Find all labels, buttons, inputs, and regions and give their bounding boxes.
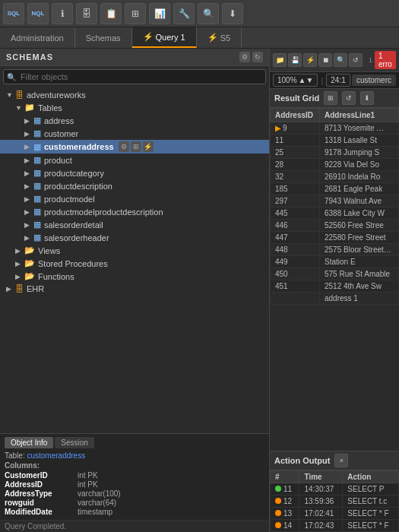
lightning-icon: ⚡ — [143, 32, 154, 42]
action-row[interactable]: 1114:30:37SELECT P — [271, 483, 399, 496]
table-row[interactable]: 4512512 4th Ave Sw — [271, 280, 399, 293]
table-row[interactable]: ▶98713 Yosemite … — [271, 122, 399, 135]
result-section: Result Grid ⊞ ↺ ⬇ AddressID AddressLine1… — [270, 89, 399, 451]
tree-table-salesorderheader[interactable]: ▦ salesorderheader — [0, 231, 269, 244]
grid-refresh-btn[interactable]: ↺ — [342, 91, 356, 105]
table-row[interactable]: 44652560 Free Stree — [271, 220, 399, 232]
tree-table-productdescription[interactable]: ▦ productdescription — [0, 179, 269, 192]
action-col-time: Time — [299, 471, 343, 483]
query-tab-label[interactable]: customerc — [352, 74, 396, 86]
address-label: address — [44, 116, 74, 125]
save-btn[interactable]: 💾 — [288, 53, 302, 67]
table-row[interactable]: 3226910 Indela Ro — [271, 171, 399, 183]
table-row[interactable]: address 1 — [271, 293, 399, 305]
table-btn[interactable]: 📋 — [100, 3, 122, 24]
tree-sp-folder[interactable]: 📂 Stored Procedures — [0, 257, 269, 270]
tree-table-productcategory[interactable]: ▦ productcategory — [0, 166, 269, 179]
productdescription-label: productdescription — [44, 182, 112, 191]
address-table-icon: ▦ — [33, 116, 41, 125]
customer-arrow — [24, 130, 32, 138]
tree-table-salesorderdetail[interactable]: ▦ salesorderdetail — [0, 218, 269, 231]
tab-administration[interactable]: Administration — [0, 27, 75, 48]
ca-filter-icon[interactable]: ⚙ — [119, 141, 129, 152]
grid-export-btn[interactable]: ⬇ — [360, 91, 374, 105]
grid-layout-btn[interactable]: ⊞ — [324, 91, 337, 105]
col-header-addressid[interactable]: AddressID — [271, 109, 320, 122]
ca-lightning-icon[interactable]: ⚡ — [143, 141, 154, 152]
schemas-refresh-icon[interactable]: ↻ — [252, 52, 263, 62]
table-row[interactable]: 4456388 Lake City W — [271, 207, 399, 220]
grid-btn[interactable]: ⊞ — [125, 3, 146, 24]
tab-s5[interactable]: ⚡ S5 — [197, 27, 242, 48]
info-btn[interactable]: ℹ — [52, 3, 73, 24]
soh-table-icon: ▦ — [33, 233, 41, 242]
tree-fn-folder[interactable]: 📂 Functions — [0, 270, 269, 283]
col-customerid: CustomerID int PK — [5, 471, 264, 480]
table-row[interactable]: 44722580 Free Street — [271, 232, 399, 244]
explain-btn[interactable]: 🔍 — [334, 53, 347, 67]
import-btn[interactable]: ⬇ — [222, 3, 243, 24]
tree-table-customeraddress[interactable]: ▦ customeraddress ⚙ ⊞ ⚡ — [0, 140, 269, 154]
left-panel: SCHEMAS ⚙ ↻ 🔍 🗄 adventureworks 📁 Ta — [0, 49, 270, 532]
tab-session[interactable]: Session — [55, 437, 94, 448]
table-row[interactable]: 259178 Jumping S — [271, 147, 399, 159]
table-row[interactable]: 450575 Rue St Amable — [271, 268, 399, 280]
action-row[interactable]: 1213:59:36SELECT t.c — [271, 496, 399, 508]
open-file-btn[interactable]: 📁 — [273, 53, 287, 67]
tree-ehr[interactable]: 🗄 EHR — [0, 283, 269, 295]
info-tabs: Object Info Session — [5, 437, 264, 448]
main-layout: SCHEMAS ⚙ ↻ 🔍 🗄 adventureworks 📁 Ta — [0, 49, 399, 532]
filter-input[interactable] — [3, 69, 266, 84]
action-row[interactable]: 1417:02:43SELECT * F — [271, 520, 399, 532]
ca-settings-icon[interactable]: ⊞ — [131, 141, 141, 152]
sql-btn[interactable]: SQL — [3, 3, 24, 24]
action-row[interactable]: 1317:02:41SELECT * F — [271, 508, 399, 520]
chart-btn[interactable]: 📊 — [149, 3, 170, 24]
action-cell-action: SELECT * F — [343, 508, 399, 520]
query-tab-text: customerc — [356, 76, 391, 84]
tree-table-productmodel[interactable]: ▦ productmodel — [0, 192, 269, 205]
sod-arrow — [24, 221, 32, 229]
stop-btn[interactable]: ⏹ — [318, 53, 332, 67]
tree-table-address[interactable]: ▦ address — [0, 114, 269, 127]
tab-schemas[interactable]: Schemas — [75, 27, 132, 48]
sp-label: Stored Procedures — [38, 259, 108, 268]
refresh-btn[interactable]: ↺ — [349, 53, 363, 67]
table-row[interactable]: 111318 Lasalle St — [271, 135, 399, 147]
table-row[interactable]: 4482575 Bloor Street… — [271, 244, 399, 256]
action-cell-id: 12 — [271, 496, 299, 508]
customer-label: customer — [44, 129, 78, 138]
cell-addressline1: 26910 Indela Ro — [319, 171, 398, 183]
cell-addressline1: 2681 Eagle Peak — [319, 183, 398, 195]
result-grid-wrapper[interactable]: AddressID AddressLine1 ▶98713 Yosemite …… — [270, 108, 399, 451]
tool-btn[interactable]: 🔧 — [173, 3, 195, 24]
tree-views-folder[interactable]: 📂 Views — [0, 244, 269, 257]
tree-table-pmpd[interactable]: ▦ productmodelproductdescription — [0, 205, 269, 218]
table-row[interactable]: 1852681 Eagle Peak — [271, 183, 399, 195]
tree-table-product[interactable]: ▦ product — [0, 154, 269, 166]
cell-addressid: 450 — [271, 268, 320, 280]
search-main-btn[interactable]: 🔍 — [198, 3, 219, 24]
columns-label: Columns: — [5, 461, 264, 470]
table-row[interactable]: 449Station E — [271, 256, 399, 268]
pmpd-label: productmodelproductdescription — [44, 207, 163, 217]
action-cell-action: SELECT P — [343, 483, 399, 496]
cell-addressid: ▶9 — [271, 122, 320, 135]
execute-btn[interactable]: ⚡ — [303, 53, 317, 67]
tree-table-customer[interactable]: ▦ customer — [0, 127, 269, 140]
tree-root-adventureworks[interactable]: 🗄 adventureworks — [0, 89, 269, 101]
col-header-addressline1[interactable]: AddressLine1 — [319, 109, 398, 122]
cell-addressid: 297 — [271, 195, 320, 207]
tree-tables-folder[interactable]: 📁 Tables — [0, 101, 269, 114]
tab-object-info[interactable]: Object Info — [5, 437, 53, 448]
table-row[interactable]: 2977943 Walnut Ave — [271, 195, 399, 207]
nql-btn[interactable]: NQL — [27, 3, 49, 24]
cell-addressid: 446 — [271, 220, 320, 232]
table-row[interactable]: 289228 Via Del So — [271, 159, 399, 171]
schemas-filter-icon[interactable]: ⚙ — [239, 52, 250, 62]
sod-table-icon: ▦ — [33, 220, 41, 230]
tab-query1[interactable]: ⚡ Query 1 — [132, 27, 197, 48]
db-btn[interactable]: 🗄 — [76, 3, 97, 24]
action-clear-btn[interactable]: × — [334, 454, 348, 467]
productdescription-table-icon: ▦ — [33, 181, 41, 191]
